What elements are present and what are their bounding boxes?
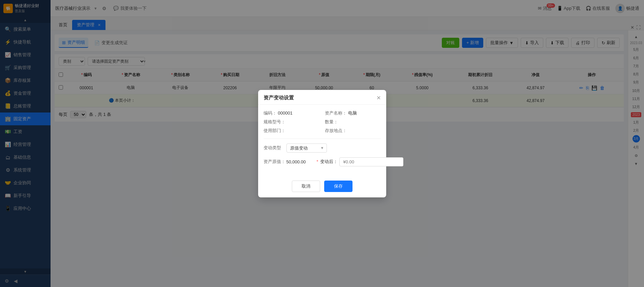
- dialog-body: 编码： 000001 资产名称： 电脑 规格型号： 数量： 使用部门：: [258, 105, 386, 177]
- change-type-select[interactable]: 原值变动: [286, 144, 327, 153]
- dialog-dept-item: 使用部门：: [264, 128, 319, 134]
- dialog-location-item: 存放地点：: [325, 128, 381, 134]
- dialog-close-icon[interactable]: ✕: [376, 95, 381, 101]
- save-button[interactable]: 保存: [324, 181, 352, 192]
- dialog-change-type-row: 变动类型 原值变动 ▼: [264, 144, 381, 153]
- dialog-header: 资产变动设置 ✕: [258, 90, 386, 105]
- cancel-button[interactable]: 取消: [292, 181, 320, 192]
- dialog-info-grid: 编码： 000001 资产名称： 电脑 规格型号： 数量： 使用部门：: [264, 110, 381, 134]
- dialog-asset-value-row: 资产原值： 50,000.00 * 变动后：: [264, 157, 381, 166]
- required-asterisk: *: [316, 159, 318, 164]
- dialog-quantity-item: 数量：: [325, 119, 381, 125]
- dialog-name-item: 资产名称： 电脑: [325, 110, 381, 116]
- dialog-code-item: 编码： 000001: [264, 110, 319, 116]
- change-type-select-wrap: 原值变动 ▼: [286, 144, 327, 153]
- after-value-input[interactable]: [339, 157, 403, 166]
- asset-change-dialog: 资产变动设置 ✕ 编码： 000001 资产名称： 电脑 规格型号： 数量：: [258, 90, 386, 197]
- dialog-spec-item: 规格型号：: [264, 119, 319, 125]
- dialog-divider: [264, 138, 381, 139]
- dialog-footer: 取消 保存: [258, 177, 386, 197]
- overlay: 资产变动设置 ✕ 编码： 000001 资产名称： 电脑 规格型号： 数量：: [0, 0, 644, 287]
- dialog-title: 资产变动设置: [264, 95, 294, 101]
